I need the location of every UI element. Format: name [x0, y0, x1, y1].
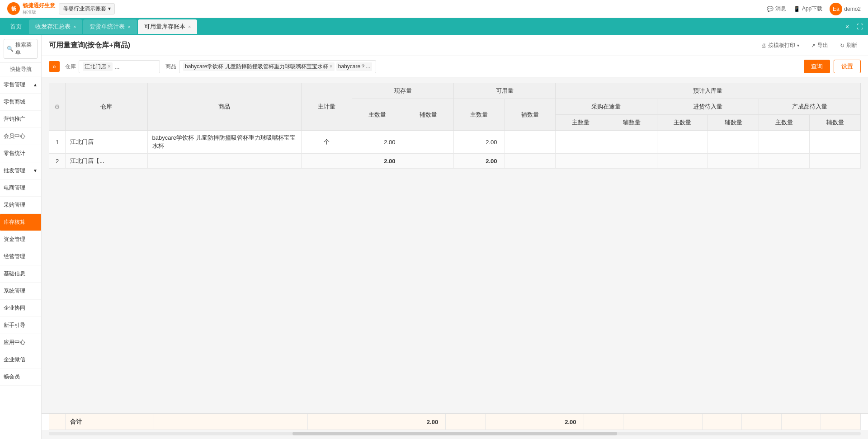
export-btn[interactable]: ↗ 导出 [807, 40, 832, 51]
footer-empty-2 [154, 414, 307, 430]
sidebar-item-retail-stats[interactable]: 零售统计 [0, 145, 41, 162]
cell-unit-2 [301, 154, 352, 169]
tab-order-close[interactable]: × [127, 24, 130, 29]
warehouse-tag: 江北门店 × [83, 62, 113, 71]
product-tag-1-remove[interactable]: × [330, 63, 333, 70]
footer-stock-aux [446, 414, 485, 430]
footer-empty-1 [49, 414, 66, 430]
cell-stock-aux-2 [403, 154, 453, 169]
warehouse-tag-value: 江北门店 [85, 63, 106, 71]
win-close-btn[interactable]: × [843, 22, 852, 31]
th-prod-incoming-main: 主数量 [759, 115, 809, 131]
warehouse-tag-remove[interactable]: × [108, 63, 111, 70]
product-filter-label: 商品 [165, 63, 176, 71]
cell-stock-main-1: 2.00 [352, 131, 403, 154]
sidebar-item-base-info[interactable]: 基础信息 [0, 265, 41, 283]
sidebar-label-marketing: 营销推广 [4, 115, 25, 123]
filter-actions: 查询 设置 [804, 60, 861, 73]
nav-tabs-bar: 首页 收发存汇总表 × 要货单统计表 × 可用量库存账本 × × ⛶ [0, 18, 868, 35]
th-planned-inbound: 预计入库量 [555, 83, 860, 99]
table-row: 1 江北门店 babycare学饮杯 儿童防摔防撞吸管杯重力球吸嘴杯宝宝水杯 个… [49, 131, 861, 154]
cell-prodi-main-1 [759, 131, 809, 154]
sidebar-item-wholesale-mgmt[interactable]: 批发管理 ▼ [0, 162, 41, 179]
sidebar-label-retail-mgmt: 零售管理 [4, 81, 25, 89]
th-prod-incoming-aux: 辅数量 [810, 115, 861, 131]
product-filter-group: 商品 babycare学饮杯 儿童防摔防撞吸管杯重力球吸嘴杯宝宝水杯 × bab… [165, 60, 376, 73]
cell-prodi-aux-1 [810, 131, 861, 154]
sidebar-label-retail-stats: 零售统计 [4, 150, 25, 157]
sidebar-item-retail-mgmt[interactable]: 零售管理 ▲ [0, 76, 41, 94]
refresh-icon: ↻ [840, 42, 844, 49]
warehouse-filter-group: 仓库 江北门店 × ... [65, 60, 160, 73]
win-maximize-btn[interactable]: ⛶ [855, 22, 864, 31]
footer-empty-3 [307, 414, 347, 430]
refresh-btn[interactable]: ↻ 刷新 [836, 40, 861, 51]
sidebar-label-inventory-check: 库存核算 [4, 218, 25, 226]
top-bar-left: 畅 畅捷通好生意 标准版 母婴行业演示账套 ▾ [7, 2, 115, 15]
sidebar-item-finance[interactable]: 资金管理 [0, 231, 41, 248]
warehouse-filter-input[interactable]: 江北门店 × ... [79, 60, 160, 73]
filter-bar: » 仓库 江北门店 × ... 商品 babycare学饮杯 儿童防摔防撞吸管杯… [42, 56, 868, 77]
product-tag-2-value: babycare？... [338, 63, 370, 71]
sidebar-item-operations[interactable]: 经营管理 [0, 248, 41, 265]
sidebar-item-retail-mall[interactable]: 零售商城 [0, 94, 41, 111]
tab-receive-close[interactable]: × [73, 24, 76, 29]
tab-inventory[interactable]: 可用量库存账本 × [138, 19, 197, 34]
cell-seq-2: 2 [49, 154, 66, 169]
cell-seq-1: 1 [49, 131, 66, 154]
sidebar-item-purchase[interactable]: 采购管理 [0, 197, 41, 214]
th-prod-incoming: 产成品待入量 [759, 99, 860, 115]
scrollbar-thumb[interactable] [292, 432, 617, 435]
sidebar-item-enterprise[interactable]: 企业协同 [0, 300, 41, 317]
filter-expand-btn[interactable]: » [49, 61, 60, 72]
th-purch-transit-aux: 辅数量 [606, 115, 657, 131]
sidebar-item-marketing[interactable]: 营销推广 [0, 111, 41, 128]
sidebar-label-wholesale-mgmt: 批发管理 [4, 167, 25, 175]
th-purch-incoming-main: 主数量 [657, 115, 708, 131]
app-download-btn[interactable]: 📱 App下载 [793, 5, 822, 13]
sidebar-item-app-center[interactable]: 应用中心 [0, 334, 41, 351]
sidebar-item-wechat[interactable]: 企业微信 [0, 351, 41, 368]
message-btn[interactable]: 💬 消息 [767, 5, 786, 13]
horizontal-scrollbar[interactable] [49, 432, 861, 435]
refresh-label: 刷新 [846, 42, 857, 49]
tab-receive-label: 收发存汇总表 [35, 23, 71, 31]
sidebar-item-ecommerce[interactable]: 电商管理 [0, 179, 41, 197]
page-actions: 🖨 按模板打印 ▾ ↗ 导出 ↻ 刷新 [757, 40, 861, 51]
print-btn[interactable]: 🖨 按模板打印 ▾ [757, 40, 803, 51]
product-tag-1-value: babycare学饮杯 儿童防摔防撞吸管杯重力球吸嘴杯宝宝水杯 [185, 63, 328, 71]
product-filter-input[interactable]: babycare学饮杯 儿童防摔防撞吸管杯重力球吸嘴杯宝宝水杯 × babyca… [179, 60, 376, 73]
warehouse-filter-label: 仓库 [65, 63, 76, 71]
sidebar-item-sys-mgmt[interactable]: 系统管理 [0, 283, 41, 300]
warehouse-ellipsis[interactable]: ... [114, 63, 120, 70]
product-tag-2: babycare？... [336, 62, 372, 71]
sidebar-item-new-guide[interactable]: 新手引导 [0, 317, 41, 334]
tab-receive[interactable]: 收发存汇总表 × [29, 19, 82, 34]
sidebar-label-member2: 畅会员 [4, 373, 20, 381]
sidebar-label-finance: 资金管理 [4, 236, 25, 243]
cell-prodi-aux-2 [810, 154, 861, 169]
sidebar-label-enterprise: 企业协同 [4, 304, 25, 312]
cell-pi-aux-1 [708, 131, 759, 154]
industry-selector[interactable]: 母婴行业演示账套 ▾ [59, 3, 115, 14]
settings-icon[interactable]: ⚙ [54, 103, 60, 110]
tab-home[interactable]: 首页 [4, 19, 28, 34]
sidebar-item-member2[interactable]: 畅会员 [0, 368, 41, 386]
sidebar-item-inventory-check[interactable]: 库存核算 [0, 214, 41, 231]
export-icon: ↗ [811, 42, 816, 49]
search-menu-btn[interactable]: 🔍 搜索菜单 [4, 39, 38, 59]
cell-avail-aux-1 [505, 131, 555, 154]
cell-prodi-main-2 [759, 154, 809, 169]
sidebar-item-member[interactable]: 会员中心 [0, 128, 41, 145]
cell-product-2 [147, 154, 301, 169]
sidebar-item-quick-nav[interactable]: 快捷导航 [0, 63, 41, 76]
settings-button[interactable]: 设置 [834, 60, 861, 73]
top-bar-right: 💬 消息 📱 App下载 Ea demo2 [767, 3, 861, 15]
footer-pt-aux [663, 414, 702, 430]
tab-inventory-close[interactable]: × [188, 24, 191, 29]
tab-order[interactable]: 要货单统计表 × [83, 19, 137, 34]
tab-home-label: 首页 [10, 23, 22, 31]
user-menu[interactable]: Ea demo2 [830, 3, 861, 15]
chevron-down-icon: ▾ [797, 43, 799, 48]
query-button[interactable]: 查询 [804, 60, 830, 73]
